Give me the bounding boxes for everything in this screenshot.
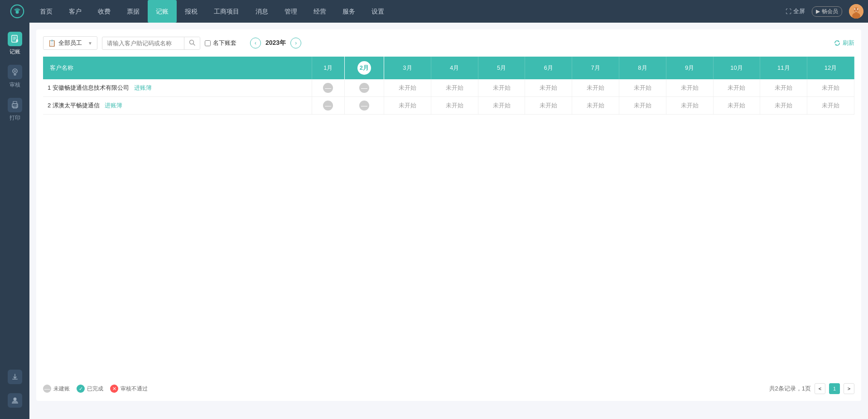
col-nov[interactable]: 11月: [760, 57, 807, 79]
ledger-icon: [8, 32, 22, 46]
user-avatar[interactable]: [849, 4, 863, 19]
status-dot: —: [359, 101, 369, 111]
nav-messages[interactable]: 消息: [247, 0, 276, 23]
vip-play-icon: ▶: [816, 8, 820, 14]
sidebar-item-download[interactable]: [0, 365, 29, 389]
prev-page-button[interactable]: <: [815, 383, 825, 394]
status-dot: —: [323, 83, 333, 93]
myaccounts-checkbox-label[interactable]: 名下账套: [205, 39, 236, 47]
employee-icon: 📋: [48, 39, 56, 47]
status-cell-feb-2[interactable]: —: [344, 97, 384, 115]
toolbar: 📋 全部员工 ▼ 名下账套 ‹ 2023年 ›: [43, 36, 854, 50]
status-cell-aug-2[interactable]: 未开始: [619, 97, 666, 115]
employee-select[interactable]: 📋 全部员工 ▼: [43, 36, 97, 50]
download-icon: [8, 370, 22, 384]
table-row: 2 漯澳太平畅捷通信 进账簿 — — 未开始 未开始 未开始 未开始 未开始: [43, 97, 854, 115]
sidebar-bottom: [0, 365, 29, 419]
next-page-button[interactable]: >: [844, 383, 854, 394]
nav-customer[interactable]: 客户: [61, 0, 90, 23]
current-page-button[interactable]: 1: [829, 383, 840, 394]
legend-red-dot: ✕: [110, 385, 118, 393]
nav-service[interactable]: 服务: [334, 0, 363, 23]
col-may[interactable]: 5月: [478, 57, 525, 79]
status-cell-mar-2[interactable]: 未开始: [384, 97, 431, 115]
nav-operations[interactable]: 经营: [305, 0, 334, 23]
status-cell-feb-1[interactable]: —: [344, 79, 384, 97]
status-cell-nov-1[interactable]: 未开始: [760, 79, 807, 97]
legend-not-started: — 未建账: [43, 385, 70, 393]
svg-point-13: [14, 70, 16, 72]
status-cell-aug-1[interactable]: 未开始: [619, 79, 666, 97]
col-jun[interactable]: 6月: [525, 57, 572, 79]
legend-gray-dot: —: [43, 385, 51, 393]
app-logo: [5, 4, 29, 19]
status-cell-may-2[interactable]: 未开始: [478, 97, 525, 115]
status-cell-jan-1[interactable]: —: [312, 79, 344, 97]
col-oct[interactable]: 10月: [713, 57, 760, 79]
nav-business[interactable]: 工商项目: [206, 0, 247, 23]
myaccounts-checkbox[interactable]: [205, 40, 211, 46]
sidebar-item-profile[interactable]: [0, 389, 29, 412]
status-cell-jul-1[interactable]: 未开始: [572, 79, 619, 97]
refresh-button[interactable]: 刷新: [834, 39, 854, 47]
fullscreen-icon: ⛶: [786, 8, 791, 15]
col-jul[interactable]: 7月: [572, 57, 619, 79]
status-cell-dec-2[interactable]: 未开始: [807, 97, 854, 115]
col-feb[interactable]: 2月: [344, 57, 384, 79]
sidebar-item-accounting[interactable]: 记账: [0, 27, 29, 60]
enter-ledger-link-2[interactable]: 进账簿: [105, 102, 122, 109]
col-customer-name: 客户名称: [43, 57, 312, 79]
nav-accounting[interactable]: 记账: [148, 0, 177, 23]
status-cell-nov-2[interactable]: 未开始: [760, 97, 807, 115]
sidebar-item-audit[interactable]: 审核: [0, 60, 29, 93]
search-input[interactable]: [102, 38, 184, 49]
col-sep[interactable]: 9月: [666, 57, 713, 79]
search-input-wrap: [102, 37, 200, 50]
status-cell-sep-1[interactable]: 未开始: [666, 79, 713, 97]
vip-button[interactable]: ▶ 畅会员: [812, 6, 842, 17]
col-aug[interactable]: 8月: [619, 57, 666, 79]
year-display: 2023年: [265, 39, 286, 47]
status-cell-oct-1[interactable]: 未开始: [713, 79, 760, 97]
col-apr[interactable]: 4月: [431, 57, 478, 79]
svg-point-19: [16, 105, 17, 106]
year-navigator: ‹ 2023年 ›: [250, 38, 301, 48]
svg-point-3: [854, 8, 858, 13]
status-cell-jan-2[interactable]: —: [312, 97, 344, 115]
pagination: 共2条记录，1页 < 1 >: [769, 383, 854, 394]
col-jan[interactable]: 1月: [312, 57, 344, 79]
status-cell-oct-2[interactable]: 未开始: [713, 97, 760, 115]
legend-label-rejected: 审核不通过: [121, 385, 148, 393]
status-cell-jun-1[interactable]: 未开始: [525, 79, 572, 97]
nav-settings[interactable]: 设置: [363, 0, 392, 23]
total-records-text: 共2条记录，1页: [769, 385, 811, 393]
status-cell-apr-2[interactable]: 未开始: [431, 97, 478, 115]
nav-home[interactable]: 首页: [32, 0, 61, 23]
enter-ledger-link-1[interactable]: 进账簿: [134, 84, 152, 91]
legend-teal-dot: ✓: [77, 385, 85, 393]
status-cell-apr-1[interactable]: 未开始: [431, 79, 478, 97]
nav-tax[interactable]: 报税: [177, 0, 206, 23]
employee-label: 全部员工: [58, 39, 85, 47]
status-cell-mar-1[interactable]: 未开始: [384, 79, 431, 97]
status-cell-dec-1[interactable]: 未开始: [807, 79, 854, 97]
status-cell-sep-2[interactable]: 未开始: [666, 97, 713, 115]
col-dec[interactable]: 12月: [807, 57, 854, 79]
top-navigation: 首页 客户 收费 票据 记账 报税 工商项目 消息 管理 经营 服务 设置 ⛶ …: [0, 0, 868, 23]
status-cell-jul-2[interactable]: 未开始: [572, 97, 619, 115]
nav-invoices[interactable]: 票据: [119, 0, 148, 23]
accounts-table: 客户名称 1月 2月 3月 4月 5月 6月 7月 8月 9月 10月 11月 …: [43, 57, 854, 115]
nav-fees[interactable]: 收费: [90, 0, 119, 23]
col-mar[interactable]: 3月: [384, 57, 431, 79]
nav-items: 首页 客户 收费 票据 记账 报税 工商项目 消息 管理 经营 服务 设置: [32, 0, 786, 23]
nav-manage[interactable]: 管理: [276, 0, 305, 23]
next-year-button[interactable]: ›: [290, 38, 301, 48]
search-button[interactable]: [184, 37, 200, 49]
fullscreen-button[interactable]: ⛶ 全屏: [786, 7, 805, 15]
status-cell-may-1[interactable]: 未开始: [478, 79, 525, 97]
active-month-circle: 2月: [357, 61, 371, 75]
prev-year-button[interactable]: ‹: [250, 38, 261, 48]
nav-right-area: ⛶ 全屏 ▶ 畅会员: [786, 4, 863, 19]
sidebar-item-print[interactable]: 打印: [0, 93, 29, 126]
status-cell-jun-2[interactable]: 未开始: [525, 97, 572, 115]
